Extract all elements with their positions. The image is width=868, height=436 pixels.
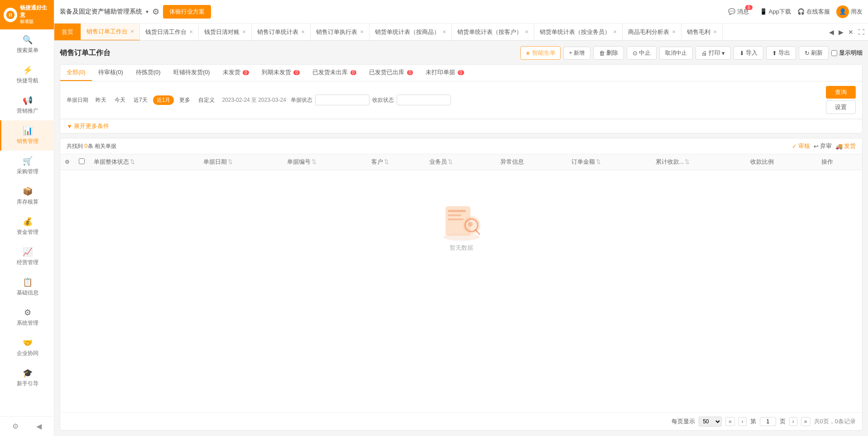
cancel-stop-btn[interactable]: 取消中止	[659, 47, 693, 60]
sidebar-collapse-btn[interactable]: ◀	[34, 420, 43, 432]
filter-tab-shipped-not-out[interactable]: 已发货未出库 0	[306, 65, 363, 81]
refresh-btn[interactable]: ↻ 刷新	[799, 46, 829, 60]
tab-home[interactable]: 首页	[54, 24, 81, 41]
filter-tab-wangpu[interactable]: 旺铺待发货(0)	[167, 65, 216, 81]
tab-fullscreen-btn[interactable]: ⛶	[856, 28, 866, 37]
filter-tab-pick[interactable]: 待拣货(0)	[129, 65, 167, 81]
page-size-label: 每页显示	[671, 417, 695, 426]
filter-tab-unprinted[interactable]: 未打印单据 0	[419, 65, 470, 81]
filter-tab-unshipped[interactable]: 未发货 0	[216, 65, 255, 81]
online-service-btn[interactable]: 🎧 在线客服	[797, 8, 830, 16]
query-btn[interactable]: 查询	[826, 86, 856, 99]
payment-select[interactable]	[397, 95, 451, 105]
tab-sales-staff[interactable]: 销货单统计表（按业务员） ✕	[534, 24, 623, 41]
sidebar-item-finance[interactable]: 💰 资金管理	[0, 211, 54, 242]
sidebar-item-operations[interactable]: 📈 经营管理	[0, 242, 54, 272]
revoke-btn[interactable]: ↩ 弃审	[814, 142, 832, 150]
th-salesperson[interactable]: 业务员⇅	[425, 154, 496, 170]
export-btn[interactable]: ⬆ 导出	[766, 46, 796, 60]
tab-sales-profit[interactable]: 销售毛利 ✕	[681, 24, 723, 41]
delete-btn[interactable]: 🗑 删除	[593, 46, 624, 60]
th-amount[interactable]: 订单金额⇅	[567, 154, 651, 170]
date-opt-yesterday[interactable]: 昨天	[93, 95, 109, 105]
tab-close-7[interactable]: ✕	[525, 29, 528, 34]
system-dropdown-btn[interactable]: ▾	[146, 9, 149, 15]
sidebar-item-purchase[interactable]: 🛒 采购管理	[0, 151, 54, 181]
tab-close-4[interactable]: ✕	[301, 29, 305, 34]
page-next-btn[interactable]: ›	[789, 417, 797, 426]
topbar-settings-btn[interactable]: ⚙	[152, 7, 159, 17]
messages-btn[interactable]: 💬 6 消息	[728, 8, 749, 16]
tab-close-10[interactable]: ✕	[713, 29, 717, 34]
th-date[interactable]: 单据日期⇅	[199, 154, 283, 170]
tab-next-btn[interactable]: ▶	[837, 28, 845, 37]
sidebar-item-system[interactable]: ⚙ 系统管理	[0, 302, 54, 332]
sidebar-settings-btn[interactable]: ⚙	[10, 420, 20, 432]
filter-tab-audit[interactable]: 待审核(0)	[92, 65, 129, 81]
sidebar-item-quick[interactable]: ⚡ 快捷导航	[0, 60, 54, 90]
solution-btn[interactable]: 体验行业方案	[163, 5, 211, 19]
show-detail-checkbox[interactable]	[831, 50, 837, 56]
page-prev-btn[interactable]: ‹	[739, 417, 747, 426]
page-number-input[interactable]	[760, 417, 776, 426]
add-btn[interactable]: + 新增	[563, 47, 590, 60]
tab-cash-reconcile[interactable]: 钱货日清对账 ✕	[199, 24, 252, 41]
th-number[interactable]: 单据编号⇅	[283, 154, 366, 170]
tab-close-3[interactable]: ✕	[242, 29, 246, 34]
tab-close-all-btn[interactable]: ✕	[846, 28, 855, 37]
refresh-icon: ↻	[805, 50, 810, 57]
page-size-select[interactable]: 10 20 50 100	[699, 417, 722, 427]
tab-close-1[interactable]: ✕	[130, 29, 134, 34]
th-checkbox[interactable]	[74, 154, 89, 170]
tab-prev-btn[interactable]: ◀	[827, 28, 836, 37]
tab-sales-stats[interactable]: 销售订单统计表 ✕	[252, 24, 311, 41]
page-first-btn[interactable]: «	[725, 417, 735, 426]
expand-btn[interactable]: ▼ 展开更多条件	[67, 122, 856, 130]
filter-settings-btn[interactable]: 设置	[826, 100, 856, 114]
sidebar-item-inventory[interactable]: 📦 库存核算	[0, 181, 54, 211]
tab-sales-product[interactable]: 销货单统计表（按商品） ✕	[369, 24, 452, 41]
app-download-btn[interactable]: 📱 App下载	[760, 8, 791, 16]
audit-btn[interactable]: ✓ 审核	[792, 142, 810, 150]
date-opt-custom[interactable]: 自定义	[196, 95, 217, 105]
th-abnormal[interactable]: 异常信息	[496, 154, 567, 170]
sidebar-item-basic[interactable]: 📋 基础信息	[0, 272, 54, 302]
sidebar-item-marketing[interactable]: 📢 营销推广	[0, 90, 54, 120]
tab-close-9[interactable]: ✕	[672, 29, 676, 34]
filter-tab-overdue[interactable]: 到期未发货 0	[255, 65, 306, 81]
ship-btn[interactable]: 🚚 发货	[835, 142, 856, 150]
smart-create-btn[interactable]: ★ 智能生单	[520, 46, 561, 60]
date-opt-more[interactable]: 更多	[177, 95, 193, 105]
page-last-btn[interactable]: »	[801, 417, 810, 426]
tab-cash-daily[interactable]: 钱货日清工作台 ✕	[140, 24, 199, 41]
tab-sales-customer[interactable]: 销货单统计表（按客户） ✕	[452, 24, 534, 41]
date-opt-1month[interactable]: 近1月	[153, 95, 174, 105]
tab-sales-order-workbench[interactable]: 销售订单工作台 ✕	[81, 24, 140, 41]
sidebar-item-sales[interactable]: 📊 销售管理	[0, 120, 54, 151]
date-opt-7days[interactable]: 近7天	[131, 95, 150, 105]
sidebar-item-search[interactable]: 🔍 搜索菜单	[0, 29, 54, 60]
tab-label-1: 销售订单工作台	[86, 28, 128, 36]
tab-gross-profit[interactable]: 商品毛利分析表 ✕	[623, 24, 681, 41]
th-ratio[interactable]: 收款比例	[746, 154, 817, 170]
tab-close-2[interactable]: ✕	[189, 29, 193, 34]
filter-tab-shipped-out[interactable]: 已发货已出库 0	[363, 65, 419, 81]
th-received[interactable]: 累计收款...⇅	[651, 154, 746, 170]
sidebar-item-enterprise[interactable]: 🤝 企业协同	[0, 332, 54, 363]
th-status[interactable]: 单据整体状态⇅	[89, 154, 199, 170]
tab-close-5[interactable]: ✕	[360, 29, 364, 34]
tab-close-8[interactable]: ✕	[613, 29, 617, 34]
status-select[interactable]	[315, 95, 369, 105]
th-customer[interactable]: 客户⇅	[367, 154, 425, 170]
sidebar-item-guide[interactable]: 🎓 新手引导	[0, 363, 54, 393]
user-menu-btn[interactable]: 👤 用友	[836, 5, 863, 18]
select-all-checkbox[interactable]	[79, 158, 85, 164]
show-detail-check[interactable]: 显示明细	[831, 49, 863, 57]
stop-btn[interactable]: ⊙ 中止	[627, 46, 657, 60]
filter-tab-all[interactable]: 全部(0)	[60, 65, 92, 81]
import-btn[interactable]: ⬇ 导入	[734, 46, 763, 60]
print-btn[interactable]: 🖨 打印 ▾	[695, 46, 731, 60]
tab-close-6[interactable]: ✕	[442, 29, 446, 34]
date-opt-today[interactable]: 今天	[112, 95, 128, 105]
tab-sales-exec[interactable]: 销售订单执行表 ✕	[311, 24, 369, 41]
